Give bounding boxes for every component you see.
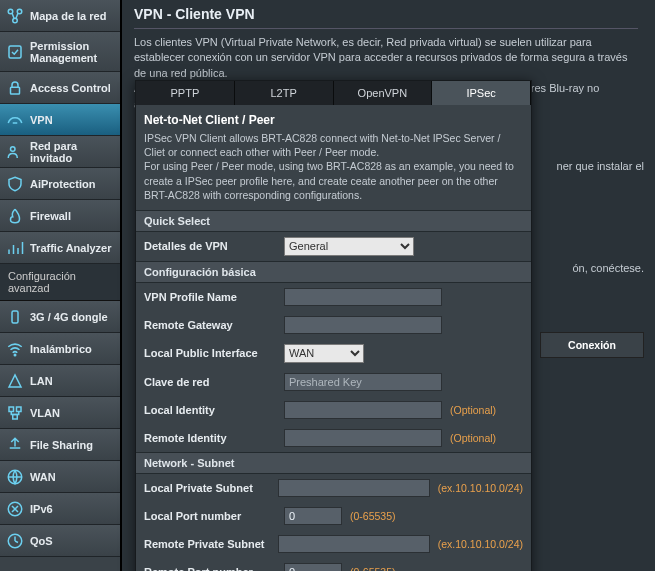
guest-icon [6,143,24,161]
input-local-port[interactable] [284,507,342,525]
sidebar-item-label: QoS [30,535,53,547]
svg-rect-4 [11,87,20,94]
sidebar-item-label: 3G / 4G dongle [30,311,108,323]
sidebar-item-qos[interactable]: QoS [0,525,120,557]
vlan-icon [6,404,24,422]
sidebar-item-traffic[interactable]: Traffic Analyzer [0,232,120,264]
label-remote-identity: Remote Identity [144,432,276,444]
sidebar-item-label: WAN [30,471,56,483]
sidebar: Mapa de la red Permission Management Acc… [0,0,122,571]
vpn-icon [6,111,24,129]
row-local-port: Local Port number (0-65535) [136,502,531,530]
sidebar-item-vpn[interactable]: VPN [0,104,120,136]
hint-subnet-ex: (ex.10.10.10.0/24) [438,538,523,550]
sidebar-item-wan[interactable]: WAN [0,461,120,493]
label-profile-name: VPN Profile Name [144,291,276,303]
sidebar-item-label: File Sharing [30,439,93,451]
row-remote-private-subnet: Remote Private Subnet (ex.10.10.10.0/24) [136,530,531,558]
lan-icon [6,372,24,390]
sidebar-item-label: Access Control [30,82,111,94]
row-remote-port: Remote Port number (0-65535) [136,558,531,571]
right-text: ón, conéctese. [540,262,644,274]
sidebar-item-lan[interactable]: LAN [0,365,120,397]
network-subnet-header: Network - Subnet [136,452,531,474]
sidebar-item-file-sharing[interactable]: File Sharing [0,429,120,461]
input-local-identity[interactable] [284,401,442,419]
tab-pptp[interactable]: PPTP [136,81,235,105]
label-remote-gateway: Remote Gateway [144,319,276,331]
network-icon [6,7,24,25]
quick-select-header: Quick Select [136,210,531,232]
svg-rect-6 [12,311,18,323]
permission-icon [6,43,24,61]
sidebar-item-label: Red para invitado [30,140,114,164]
page-title: VPN - Cliente VPN [134,6,638,22]
label-preshared-key: Clave de red [144,376,276,388]
sidebar-item-label: VLAN [30,407,60,419]
row-profile-name: VPN Profile Name [136,283,531,311]
sidebar-item-access-control[interactable]: Access Control [0,72,120,104]
wifi-icon [6,340,24,358]
svg-point-5 [11,146,16,151]
label-local-public-if: Local Public Interface [144,347,276,359]
sidebar-item-network-map[interactable]: Mapa de la red [0,0,120,32]
input-preshared-key[interactable] [284,373,442,391]
share-icon [6,436,24,454]
input-remote-private-subnet[interactable] [278,535,430,553]
input-remote-port[interactable] [284,563,342,571]
sidebar-item-wireless[interactable]: Inalámbrico [0,333,120,365]
sidebar-item-vlan[interactable]: VLAN [0,397,120,429]
row-vpn-details: Detalles de VPN General [136,232,531,261]
label-vpn-details: Detalles de VPN [144,240,276,252]
sidebar-item-label: VPN [30,114,53,126]
input-local-private-subnet[interactable] [278,479,430,497]
right-pane: ner que instalar el ón, conéctese. Conex… [540,160,644,358]
sidebar-item-label: AiProtection [30,178,95,190]
hint-optional: (Optional) [450,432,496,444]
select-vpn-details[interactable]: General [284,237,414,256]
fire-icon [6,207,24,225]
sidebar-item-aiprotection[interactable]: AiProtection [0,168,120,200]
panel-description: IPSec VPN Client allows BRT-AC828 connec… [144,131,523,202]
tab-openvpn[interactable]: OpenVPN [334,81,433,105]
row-local-public-interface: Local Public Interface WAN [136,339,531,368]
sidebar-item-label: Inalámbrico [30,343,92,355]
row-remote-gateway: Remote Gateway [136,311,531,339]
sidebar-item-firewall[interactable]: Firewall [0,200,120,232]
label-local-private-subnet: Local Private Subnet [144,482,270,494]
svg-rect-3 [9,46,21,58]
sidebar-item-label: Traffic Analyzer [30,242,112,254]
lock-icon [6,79,24,97]
sidebar-item-permission[interactable]: Permission Management [0,32,120,72]
tab-ipsec[interactable]: IPSec [432,81,531,105]
sidebar-section-advanced: Configuración avanzad [0,264,120,301]
sidebar-item-guest-network[interactable]: Red para invitado [0,136,120,168]
hint-subnet-ex: (ex.10.10.10.0/24) [438,482,523,494]
input-profile-name[interactable] [284,288,442,306]
intro-line1: Los clientes VPN (Virtual Private Networ… [134,35,638,81]
usb-icon [6,308,24,326]
tab-l2tp[interactable]: L2TP [235,81,334,105]
intro-overflow: ner que instalar el [540,160,644,172]
label-remote-private-subnet: Remote Private Subnet [144,538,270,550]
hint-port-range: (0-65535) [350,510,396,522]
shield-icon [6,175,24,193]
input-remote-identity[interactable] [284,429,442,447]
connection-header: Conexión [540,332,644,358]
svg-rect-9 [17,407,22,412]
svg-point-7 [14,354,16,356]
sidebar-item-ipv6[interactable]: IPv6 [0,493,120,525]
sidebar-item-label: Firewall [30,210,71,222]
qos-icon [6,532,24,550]
select-local-public-if[interactable]: WAN [284,344,364,363]
row-preshared-key: Clave de red [136,368,531,396]
label-remote-port: Remote Port number [144,566,276,571]
basic-config-header: Configuración básica [136,261,531,283]
input-remote-gateway[interactable] [284,316,442,334]
sidebar-item-label: IPv6 [30,503,53,515]
sidebar-item-label: LAN [30,375,53,387]
sidebar-item-3g4g[interactable]: 3G / 4G dongle [0,301,120,333]
row-local-private-subnet: Local Private Subnet (ex.10.10.10.0/24) [136,474,531,502]
vpn-config-panel: PPTP L2TP OpenVPN IPSec Net-to-Net Clien… [135,80,532,571]
hint-port-range: (0-65535) [350,566,396,571]
